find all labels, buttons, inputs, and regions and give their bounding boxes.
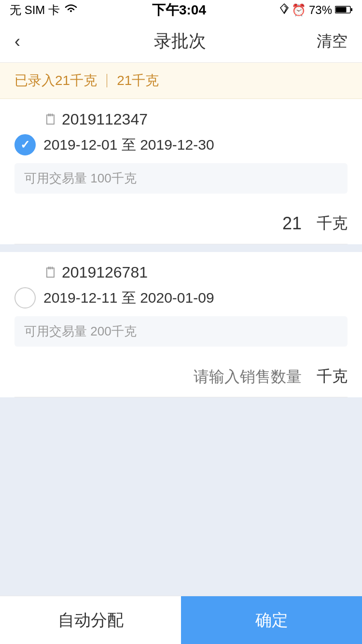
back-button[interactable]: ‹ — [14, 31, 43, 52]
batch1-unit: 千克 — [317, 213, 348, 234]
empty-space — [0, 397, 362, 619]
auto-distribute-button[interactable]: 自动分配 — [0, 596, 181, 644]
location-icon — [280, 3, 289, 17]
banner-value: 21千克 — [117, 71, 159, 90]
batch2-unit: 千克 — [317, 366, 348, 387]
batch1-date: 2019-12-01 至 2019-12-30 — [43, 135, 214, 155]
batch1-volume-text: 可用交易量 100千克 — [24, 171, 137, 185]
batch2-quantity-input[interactable] — [14, 368, 309, 386]
clear-button[interactable]: 清空 — [317, 31, 348, 52]
recorded-text: 已录入21千克 — [14, 71, 97, 90]
batch1-id: 2019112347 — [62, 111, 148, 128]
svg-rect-2 — [335, 7, 346, 13]
batch2-doc-icon: 🗒 — [43, 265, 58, 281]
nav-bar: ‹ 录批次 清空 — [0, 20, 362, 63]
batch1-amount-input[interactable] — [251, 213, 309, 234]
batch-card-2: 🗒 2019126781 2019-12-11 至 2020-01-09 可用交… — [0, 252, 362, 397]
status-left: 无 SIM 卡 — [10, 2, 78, 18]
batch2-volume-text: 可用交易量 200千克 — [24, 324, 137, 338]
banner-divider — [107, 74, 107, 87]
confirm-button[interactable]: 确定 — [181, 596, 362, 644]
batch1-volume-bar: 可用交易量 100千克 — [14, 163, 348, 194]
batch2-date: 2019-12-11 至 2020-01-09 — [43, 288, 214, 308]
batch-card-1: 🗒 2019112347 2019-12-01 至 2019-12-30 可用交… — [0, 99, 362, 244]
bottom-bar: 自动分配 确定 — [0, 596, 362, 644]
status-bar: 无 SIM 卡 下午3:04 ⏰ 73% — [0, 0, 362, 20]
batch1-amount-row: 千克 — [0, 203, 362, 244]
batch2-id-row: 🗒 2019126781 — [14, 264, 348, 281]
info-banner: 已录入21千克 21千克 — [0, 63, 362, 99]
batch2-input-row: 千克 — [0, 356, 362, 397]
batch2-id: 2019126781 — [62, 264, 148, 281]
status-time: 下午3:04 — [152, 1, 206, 19]
clock-icon: ⏰ — [292, 3, 306, 17]
wifi-icon — [64, 3, 78, 17]
batch1-doc-icon: 🗒 — [43, 112, 58, 128]
battery-icon — [335, 3, 352, 17]
batch2-date-row[interactable]: 2019-12-11 至 2020-01-09 — [14, 287, 348, 308]
batch1-date-row[interactable]: 2019-12-01 至 2019-12-30 — [14, 134, 348, 155]
page-title: 录批次 — [154, 29, 206, 53]
status-right: ⏰ 73% — [280, 3, 352, 17]
batch2-radio[interactable] — [14, 287, 36, 308]
section-divider — [0, 244, 362, 252]
batch2-volume-bar: 可用交易量 200千克 — [14, 316, 348, 347]
batch1-radio[interactable] — [14, 134, 36, 155]
svg-rect-1 — [351, 8, 352, 11]
batch1-id-row: 🗒 2019112347 — [14, 111, 348, 128]
battery-text: 73% — [309, 3, 332, 17]
no-sim-text: 无 SIM 卡 — [10, 2, 60, 18]
